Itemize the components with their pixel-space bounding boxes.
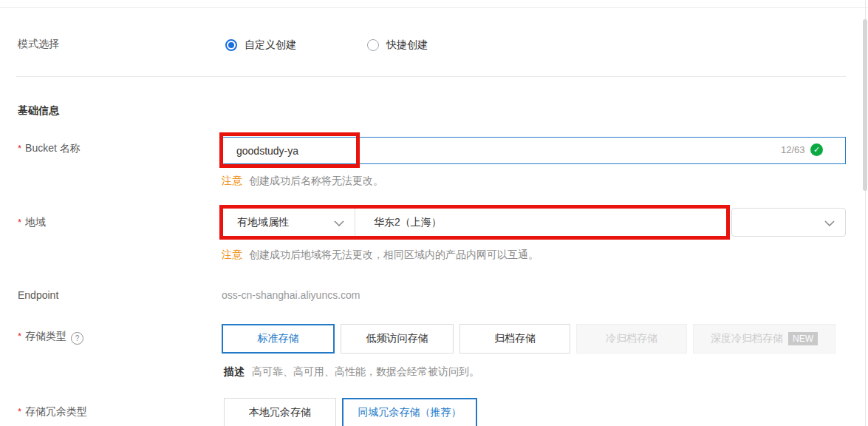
new-badge: NEW xyxy=(788,332,818,345)
oss-bucket-create-form: 模式选择 自定义创建 快捷创建 基础信息 *Bucket 名称 12/63 ✓ … xyxy=(0,0,868,426)
region-type-select-value: 有地域属性 xyxy=(237,216,289,229)
bucket-name-label: *Bucket 名称 xyxy=(18,142,81,155)
storage-option-standard[interactable]: 标准存储 xyxy=(222,324,335,354)
chevron-down-icon xyxy=(334,217,344,229)
description-prefix: 描述 xyxy=(224,365,245,377)
valid-check-icon: ✓ xyxy=(810,143,823,156)
scrollbar-thumb[interactable] xyxy=(863,19,867,191)
char-counter: 12/63 xyxy=(781,144,805,155)
region-label: *地域 xyxy=(18,216,46,229)
bucket-name-input[interactable] xyxy=(222,137,846,164)
section-divider xyxy=(16,76,846,77)
radio-custom-create-label: 自定义创建 xyxy=(245,38,296,52)
region-type-select[interactable]: 有地域属性 xyxy=(222,208,355,237)
storage-option-archive[interactable]: 归档存储 xyxy=(459,324,570,354)
radio-selected-icon[interactable] xyxy=(225,39,237,51)
region-select-value: 华东2（上海） xyxy=(374,216,442,229)
region-select[interactable]: 华东2（上海） xyxy=(355,208,728,237)
region-extra-select[interactable] xyxy=(731,208,846,237)
storage-type-label: *存储类型? xyxy=(18,330,83,345)
required-asterisk: * xyxy=(18,331,21,342)
redundancy-option-lrs[interactable]: 本地冗余存储 xyxy=(224,398,336,426)
redundancy-label: *存储冗余类型 xyxy=(18,405,87,419)
basic-info-title: 基础信息 xyxy=(18,104,59,118)
radio-quick-create[interactable]: 快捷创建 xyxy=(367,38,428,52)
redundancy-option-zrs[interactable]: 同城冗余存储（推荐） xyxy=(342,398,477,426)
endpoint-value: oss-cn-shanghai.aliyuncs.com xyxy=(222,289,360,301)
endpoint-label: Endpoint xyxy=(18,289,58,301)
radio-unselected-icon[interactable] xyxy=(367,39,379,51)
help-question-icon[interactable]: ? xyxy=(71,332,83,345)
note-prefix: 注意 xyxy=(222,175,242,186)
top-divider xyxy=(0,7,868,8)
chevron-down-icon xyxy=(824,217,835,229)
radio-quick-create-label: 快捷创建 xyxy=(386,38,428,52)
required-asterisk: * xyxy=(18,406,21,417)
storage-option-ia[interactable]: 低频访问存储 xyxy=(341,324,454,354)
radio-custom-create[interactable]: 自定义创建 xyxy=(225,38,296,52)
required-asterisk: * xyxy=(18,217,21,228)
storage-option-deep-cold-archive: 深度冷归档存储 NEW xyxy=(693,324,835,354)
bucket-name-note: 注意创建成功后名称将无法更改。 xyxy=(222,175,383,188)
mode-select-label: 模式选择 xyxy=(18,38,59,51)
note-prefix: 注意 xyxy=(222,248,242,260)
required-asterisk: * xyxy=(18,143,21,154)
storage-option-cold-archive: 冷归档存储 xyxy=(576,324,687,354)
region-note: 注意创建成功后地域将无法更改，相同区域内的产品内网可以互通。 xyxy=(222,248,539,262)
storage-type-description: 描述高可靠、高可用、高性能，数据会经常被访问到。 xyxy=(224,365,479,379)
